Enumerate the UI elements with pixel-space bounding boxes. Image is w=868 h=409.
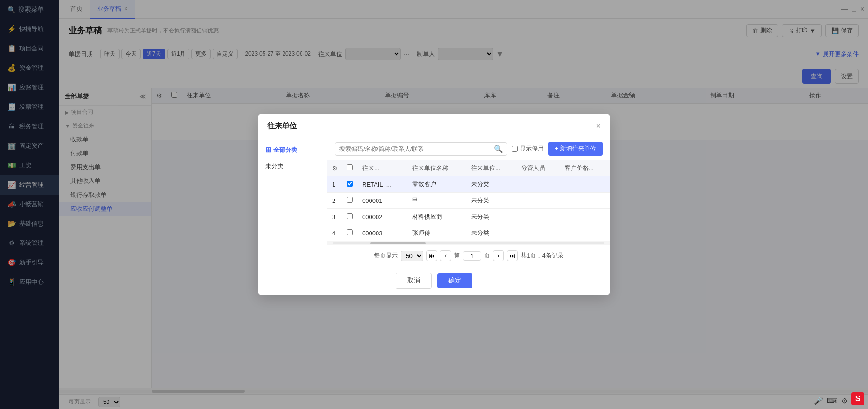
dialog-body: ⊞ 全部分类 未分类 🔍 显示停用 + 新增往来单位: [258, 137, 610, 266]
dialog-scrollbar-track: [333, 242, 604, 244]
dialog-left-header: ⊞ 全部分类: [258, 143, 327, 159]
row-category: 未分类: [466, 176, 516, 193]
total-info: 共1页，4条记录: [521, 252, 563, 260]
row-manager: [516, 193, 560, 209]
search-icon: 🔍: [494, 145, 503, 153]
row-price-level: [560, 209, 610, 225]
page-label: 第: [454, 252, 460, 260]
row-price-level: [560, 193, 610, 209]
dialog-footer: 取消 确定: [258, 266, 610, 295]
dialog-col-checkbox: [342, 160, 358, 176]
dialog-overlay[interactable]: 往来单位 × ⊞ 全部分类 未分类 🔍: [0, 0, 868, 409]
settings-corner-icon[interactable]: ⚙: [841, 396, 848, 405]
row-category: 未分类: [466, 193, 516, 209]
dialog-left-panel: ⊞ 全部分类 未分类: [258, 137, 327, 266]
dialog-table-row[interactable]: 1 RETAIL_... 零散客户 未分类: [327, 176, 610, 193]
add-partner-button[interactable]: + 新增往来单位: [548, 142, 603, 156]
row-code: 000003: [358, 225, 408, 241]
row-code: 000002: [358, 209, 408, 225]
dialog-search-box[interactable]: 🔍: [335, 142, 507, 156]
dialog-table-row[interactable]: 3 000002 材料供应商 未分类: [327, 209, 610, 225]
dialog-col-code: 往来...: [358, 160, 408, 176]
dialog-col-name: 往来单位名称: [408, 160, 467, 176]
row-name: 零散客户: [408, 176, 467, 193]
last-page-button[interactable]: ⏭: [507, 250, 518, 261]
row-code: 000001: [358, 193, 408, 209]
dialog-left-unclassified[interactable]: 未分类: [258, 159, 327, 174]
first-page-button[interactable]: ⏮: [426, 250, 437, 261]
grid-icon: ⊞: [265, 145, 271, 154]
dialog-table-row[interactable]: 4 000003 张师傅 未分类: [327, 225, 610, 241]
row-checkbox[interactable]: [342, 209, 358, 225]
per-page-label: 每页显示: [374, 252, 398, 260]
dialog-pagination: 每页显示 50 ⏮ ‹ 第 页 › ⏭ 共1页，4条记录: [327, 245, 610, 266]
dialog-select-all[interactable]: [347, 164, 353, 170]
row-manager: [516, 225, 560, 241]
dialog-toolbar: 🔍 显示停用 + 新增往来单位: [327, 137, 610, 160]
next-page-button[interactable]: ›: [493, 250, 504, 261]
row-category: 未分类: [466, 209, 516, 225]
row-checkbox[interactable]: [342, 225, 358, 241]
row-code: RETAIL_...: [358, 176, 408, 193]
dialog-col-category: 往来单位...: [466, 160, 516, 176]
row-index: 3: [327, 209, 342, 225]
cancel-button[interactable]: 取消: [396, 273, 432, 289]
partner-dialog: 往来单位 × ⊞ 全部分类 未分类 🔍: [258, 114, 610, 295]
mic-icon[interactable]: 🎤: [814, 396, 823, 405]
dialog-scrollbar-thumb: [370, 242, 426, 244]
row-index: 2: [327, 193, 342, 209]
show-disabled-checkbox[interactable]: [512, 146, 518, 152]
row-checkbox[interactable]: [342, 176, 358, 193]
row-category: 未分类: [466, 225, 516, 241]
corner-logo: S: [851, 392, 864, 405]
row-index: 4: [327, 225, 342, 241]
row-name: 甲: [408, 193, 467, 209]
row-index: 1: [327, 176, 342, 193]
dialog-table: ⚙ 往来... 往来单位名称 往来单位... 分管人员 客户价格...: [327, 160, 610, 241]
row-name: 材料供应商: [408, 209, 467, 225]
row-manager: [516, 176, 560, 193]
dialog-close-button[interactable]: ×: [596, 121, 601, 131]
page-input[interactable]: [463, 251, 481, 261]
row-price-level: [560, 176, 610, 193]
dialog-header: 往来单位 ×: [258, 114, 610, 137]
dialog-search-input[interactable]: [339, 145, 494, 152]
dialog-right-panel: 🔍 显示停用 + 新增往来单位 ⚙: [327, 137, 610, 266]
dialog-col-price: 客户价格...: [560, 160, 610, 176]
confirm-button[interactable]: 确定: [437, 273, 472, 288]
row-manager: [516, 209, 560, 225]
row-price-level: [560, 225, 610, 241]
dialog-col-manager: 分管人员: [516, 160, 560, 176]
dialog-table-row[interactable]: 2 000001 甲 未分类: [327, 193, 610, 209]
corner-icons: 🎤 ⌨ ⚙: [814, 396, 848, 405]
dialog-scrollbar[interactable]: [327, 241, 610, 245]
dialog-title: 往来单位: [267, 121, 297, 131]
per-page-select[interactable]: 50: [401, 251, 423, 261]
keyboard-icon[interactable]: ⌨: [827, 396, 837, 405]
prev-page-button[interactable]: ‹: [440, 250, 451, 261]
dialog-table-wrap: ⚙ 往来... 往来单位名称 往来单位... 分管人员 客户价格...: [327, 160, 610, 241]
show-disabled-label[interactable]: 显示停用: [512, 145, 544, 153]
row-checkbox[interactable]: [342, 193, 358, 209]
row-name: 张师傅: [408, 225, 467, 241]
dialog-col-settings: ⚙: [327, 160, 342, 176]
page-unit: 页: [484, 252, 490, 260]
